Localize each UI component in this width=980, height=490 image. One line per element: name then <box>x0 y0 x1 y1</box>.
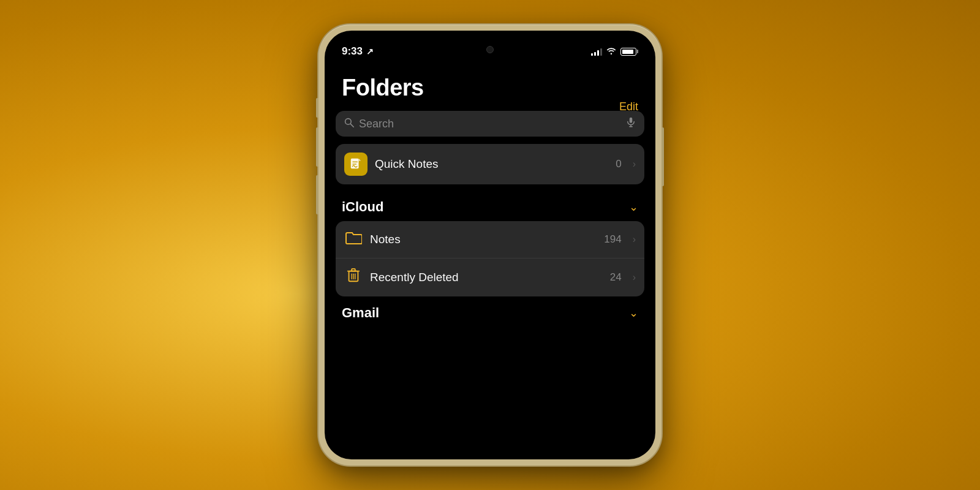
gmail-title: Gmail <box>342 305 379 321</box>
front-camera <box>486 46 494 53</box>
icloud-title: iCloud <box>342 199 383 215</box>
search-icon <box>344 118 354 130</box>
trash-icon <box>344 268 363 287</box>
mute-button[interactable] <box>316 98 318 118</box>
power-button[interactable] <box>662 127 664 186</box>
icloud-section-header[interactable]: iCloud ⌄ <box>325 188 655 221</box>
svg-line-1 <box>350 124 353 127</box>
notes-label: Notes <box>370 233 597 246</box>
screen-content: Edit Folders Search <box>325 64 655 459</box>
phone-frame: 9:33 ↗ <box>318 24 662 466</box>
icloud-chevron-down[interactable]: ⌄ <box>629 200 638 214</box>
icloud-rows: Notes 194 › <box>336 221 644 296</box>
quick-notes-label: Quick Notes <box>375 157 608 171</box>
gmail-section-header[interactable]: Gmail ⌄ <box>325 296 655 321</box>
status-icons <box>591 47 638 56</box>
wifi-icon <box>606 47 616 56</box>
notes-folder-icon <box>344 230 363 249</box>
search-bar[interactable]: Search <box>336 111 644 137</box>
edit-button[interactable]: Edit <box>619 100 638 113</box>
recently-deleted-chevron: › <box>633 272 636 283</box>
page-title: Folders <box>325 70 655 111</box>
phone-screen: 9:33 ↗ <box>325 31 655 459</box>
notes-chevron: › <box>633 234 636 245</box>
time-display: 9:33 <box>342 45 363 58</box>
volume-down-button[interactable] <box>316 175 318 214</box>
svg-point-0 <box>345 119 352 125</box>
status-time: 9:33 ↗ <box>342 45 374 58</box>
notes-row[interactable]: Notes 194 › <box>336 221 644 258</box>
quick-notes-icon <box>344 153 368 176</box>
quick-notes-row[interactable]: Quick Notes 0 › <box>336 144 644 184</box>
recently-deleted-count: 24 <box>610 271 622 284</box>
svg-rect-5 <box>351 159 359 169</box>
quick-notes-count: 0 <box>616 158 621 170</box>
battery-icon <box>620 48 638 56</box>
location-icon: ↗ <box>366 47 374 56</box>
recently-deleted-label: Recently Deleted <box>370 271 603 284</box>
gmail-chevron-down[interactable]: ⌄ <box>629 306 638 320</box>
search-placeholder: Search <box>359 118 621 130</box>
volume-up-button[interactable] <box>316 127 318 167</box>
dynamic-island <box>453 39 527 60</box>
notes-count: 194 <box>604 233 621 246</box>
quick-notes-chevron: › <box>633 159 636 170</box>
microphone-icon[interactable] <box>626 117 636 130</box>
recently-deleted-row[interactable]: Recently Deleted 24 › <box>336 258 644 296</box>
signal-icon <box>591 47 602 56</box>
svg-rect-2 <box>630 118 633 123</box>
